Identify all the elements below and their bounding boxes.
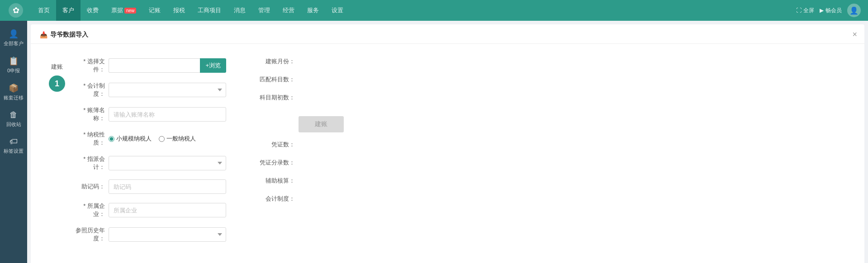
voucher-entries-row: 凭证分录数： [253,159,380,167]
sidebar-item-recycle[interactable]: 🗑 回收站 [0,106,27,132]
nav-right: ⛶ 全屏 ▶ 畅会员 👤 [796,4,868,17]
accountant-row: * 指派会计： [72,155,226,171]
sidebar-item-migration[interactable]: 📦 账套迁移 [0,79,27,106]
tax-row: * 纳税性质： 小规模纳税人 一般纳税人 [72,131,226,147]
build-month-label: 建账月份： [253,57,299,66]
accountant-select[interactable] [109,156,226,170]
nav-item-service[interactable]: 服务 [301,0,325,21]
close-button[interactable]: × [852,30,857,39]
fullscreen-icon: ⛶ [796,7,802,14]
accounting-label: * 会计制度： [72,82,109,98]
memo-code-input[interactable] [109,179,226,194]
nav-item-tax[interactable]: 报税 [167,0,191,21]
new-badge: new [124,8,136,14]
file-input[interactable] [109,58,200,73]
aux-label: 辅助核算： [253,177,299,185]
tax-general-label[interactable]: 一般纳税人 [159,135,196,143]
nav-item-settings[interactable]: 设置 [325,0,350,21]
match-subjects-row: 匹配科目数： [253,75,380,84]
import-icon: 📥 [40,31,47,38]
nav-item-message[interactable]: 消息 [228,0,252,21]
top-nav: ✿ 首页 客户 收费 票据 new 记账 报税 工商项目 消息 管理 经营 服务… [0,0,868,21]
ledger-label: * 账簿名称： [72,106,109,122]
accountant-label: * 指派会计： [72,155,109,171]
form-left: 建账 1 * 选择文件： +浏览 [49,57,226,251]
nav-items: 首页 客户 收费 票据 new 记账 报税 工商项目 消息 管理 经营 服务 设… [32,0,796,21]
acct-system-label: 会计制度： [253,195,299,203]
ledger-row: * 账簿名称： [72,106,226,122]
tax-radio-group: 小规模纳税人 一般纳税人 [109,135,226,143]
accounting-select[interactable] [109,83,226,97]
nav-item-bookkeeping[interactable]: 记账 [142,0,167,21]
initial-period-row: 科目期初数： [253,94,380,102]
sidebar-item-declaration[interactable]: 📋 0申报 [0,52,27,79]
sidebar-item-all-customers[interactable]: 👤 全部客户 [0,24,27,52]
initial-period-label: 科目期初数： [253,94,299,102]
all-customers-icon: 👤 [9,29,19,39]
membership-icon: ▶ [820,7,824,14]
company-row: * 所属企业： [72,202,226,218]
form-fields: * 选择文件： +浏览 * 会计制度： [72,57,226,251]
company-input[interactable] [109,203,226,217]
declaration-icon: 📋 [9,56,19,66]
history-year-select[interactable] [109,227,226,242]
voucher-entries-label: 凭证分录数： [253,159,299,167]
dialog-title: 📥 导爷数据导入 [40,31,88,39]
right-fields: 建账月份： 匹配科目数： 科目期初数： 建账 [253,57,380,203]
migration-icon: 📦 [9,83,19,93]
ledger-name-input[interactable] [109,107,226,122]
nav-item-operation[interactable]: 经营 [276,0,301,21]
step-badge: 1 [49,75,65,92]
company-label: * 所属企业： [72,202,109,218]
build-account-button[interactable]: 建账 [299,116,344,132]
file-label: * 选择文件： [72,57,109,74]
dialog-panel: 📥 导爷数据导入 × 建账 1 * 选择文件： [31,24,864,263]
nav-item-invoice[interactable]: 票据 new [105,0,142,21]
memo-label: 助记码： [72,183,109,191]
layout: 👤 全部客户 📋 0申报 📦 账套迁移 🗑 回收站 🏷 标签设置 📥 导 [0,21,868,263]
fullscreen-btn[interactable]: ⛶ 全屏 [796,7,814,14]
nav-item-management[interactable]: 管理 [252,0,276,21]
tax-small-radio[interactable] [109,136,114,142]
file-input-group: +浏览 [109,58,226,73]
history-row: 参照历史年度： [72,226,226,243]
dialog-header: 📥 导爷数据导入 × [31,24,864,44]
nav-item-business[interactable]: 工商项目 [191,0,228,21]
logo-icon: ✿ [9,3,23,18]
file-row: * 选择文件： +浏览 [72,57,226,74]
memo-row: 助记码： [72,179,226,194]
build-month-row: 建账月份： [253,57,380,66]
step-label: 建账 [51,63,63,71]
browse-button[interactable]: +浏览 [200,58,226,73]
voucher-row: 凭证数： [253,141,380,149]
nav-item-customer[interactable]: 客户 [56,0,81,21]
match-subjects-label: 匹配科目数： [253,75,299,84]
right-panel: 建账月份： 匹配科目数： 科目期初数： 建账 [244,57,846,251]
logo-area[interactable]: ✿ [4,3,28,18]
history-label: 参照历史年度： [72,226,109,243]
main-content: 📥 导爷数据导入 × 建账 1 * 选择文件： [27,21,868,263]
sidebar-item-tags[interactable]: 🏷 标签设置 [0,132,27,159]
acct-system-row: 会计制度： [253,195,380,203]
voucher-label: 凭证数： [253,141,299,149]
recycle-icon: 🗑 [9,110,18,120]
avatar-icon: 👤 [849,6,859,15]
membership-btn[interactable]: ▶ 畅会员 [820,7,842,14]
form-container: 建账 1 * 选择文件： +浏览 [31,44,864,263]
tax-general-radio[interactable] [159,136,165,142]
nav-item-fees[interactable]: 收费 [81,0,105,21]
sidebar: 👤 全部客户 📋 0申报 📦 账套迁移 🗑 回收站 🏷 标签设置 [0,21,27,263]
avatar[interactable]: 👤 [847,4,861,17]
nav-item-home[interactable]: 首页 [32,0,56,21]
tax-label: * 纳税性质： [72,131,109,147]
tags-icon: 🏷 [9,137,18,146]
aux-row: 辅助核算： [253,177,380,185]
tax-small-label[interactable]: 小规模纳税人 [109,135,152,143]
accounting-row: * 会计制度： [72,82,226,98]
